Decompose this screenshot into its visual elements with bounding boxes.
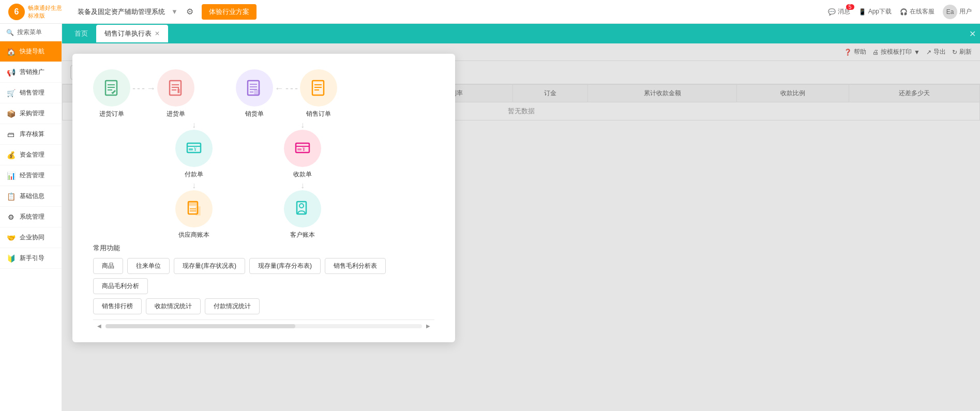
sidebar-item-inventory[interactable]: 🗃 库存核算 <box>0 124 62 145</box>
purchase-bill-icon-circle <box>157 69 194 106</box>
down-arrow-customer: ↓ <box>269 181 336 190</box>
sidebar-item-purchase[interactable]: 📦 采购管理 <box>0 103 62 124</box>
flow-receipt[interactable]: ¥ 收款单 <box>284 130 321 179</box>
function-buttons-row1: 商品 往来单位 现存量(库存状况表) 现存量(库存分布表) 销售毛利分析表 商品… <box>93 258 434 294</box>
svg-rect-14 <box>254 90 260 94</box>
func-btn-sales-gross[interactable]: 销售毛利分析表 <box>325 258 386 274</box>
user-area[interactable]: Ea 用户 <box>943 5 972 19</box>
sidebar-item-quick-nav[interactable]: 🏠 快捷导航 <box>0 41 62 62</box>
modal-overlay: 进货订单 - - - → <box>62 43 980 411</box>
content-area: 首页 销售订单执行表 ✕ ✕ ❓ 帮助 🖨 按 <box>62 24 980 411</box>
supplier-ledger-icon-circle <box>175 190 213 227</box>
finance-icon: 💰 <box>6 151 16 159</box>
message-icon-area[interactable]: 💬 消息 5 <box>828 7 850 16</box>
sidebar-item-sales[interactable]: 🛒 销售管理 <box>0 83 62 103</box>
sidebar-item-operations[interactable]: 📊 经营管理 <box>0 165 62 186</box>
flow-supplier-col: ↓ <box>160 181 228 239</box>
quick-guide-modal: 进货订单 - - - → <box>72 54 455 342</box>
sidebar-item-finance[interactable]: 💰 资金管理 <box>0 145 62 165</box>
flow-customer-ledger[interactable]: 客户账本 <box>284 190 321 239</box>
tab-home[interactable]: 首页 <box>66 25 96 42</box>
sales-bill-icon-circle <box>236 69 273 106</box>
system-icon: ⚙ <box>6 213 16 221</box>
down-arrow-receipt: ↓ <box>269 120 336 130</box>
search-icon: 🔍 <box>6 29 14 36</box>
flow-payment-col: ↓ ¥ <box>160 120 228 179</box>
func-btn-product-gross[interactable]: 商品毛利分析 <box>93 278 148 294</box>
func-btn-stock-dist[interactable]: 现存量(库存分布表) <box>249 258 321 274</box>
settings-icon[interactable]: ⚙ <box>186 7 193 17</box>
guide-icon: 🔰 <box>6 254 16 263</box>
message-icon: 💬 <box>828 8 836 16</box>
func-btn-product[interactable]: 商品 <box>93 258 123 274</box>
flow-row-2: ↓ ¥ <box>93 120 434 179</box>
purchase-order-icon-circle <box>93 69 130 106</box>
sales-order-icon-circle <box>300 69 337 106</box>
func-btn-partner[interactable]: 往来单位 <box>127 258 170 274</box>
sidebar-nav: 🏠 快捷导航 📢 营销推广 🛒 销售管理 📦 采购管理 🗃 库存核 <box>0 41 62 411</box>
flow-sales-order[interactable]: 销售订单 <box>300 69 337 118</box>
scroll-right-icon[interactable]: ▶ <box>426 323 430 329</box>
system-dropdown-icon[interactable]: ▼ <box>171 8 178 16</box>
trial-button[interactable]: 体验行业方案 <box>202 4 257 20</box>
scroll-hint: ◀ ▶ <box>93 319 434 332</box>
scroll-left-icon[interactable]: ◀ <box>97 323 101 329</box>
purchase-icon: 📦 <box>6 110 16 118</box>
headset-icon: 🎧 <box>900 8 908 16</box>
marketing-icon: 📢 <box>6 68 16 77</box>
scroll-track <box>105 324 422 328</box>
flow-supplier-ledger[interactable]: 供应商账本 <box>175 190 213 239</box>
down-arrow-payment: ↓ <box>160 120 228 130</box>
sidebar-item-system[interactable]: ⚙ 系统管理 <box>0 207 62 227</box>
customer-ledger-icon-circle <box>284 190 321 227</box>
download-icon: 📱 <box>858 8 866 16</box>
receipt-icon-circle: ¥ <box>284 130 321 167</box>
flow-customer-col: ↓ <box>269 181 336 239</box>
sidebar-item-guide[interactable]: 🔰 新手引导 <box>0 248 62 269</box>
flow-payment[interactable]: ¥ 付款单 <box>175 130 213 179</box>
avatar: Ea <box>943 5 957 19</box>
func-btn-stock-status[interactable]: 现存量(库存状况表) <box>174 258 245 274</box>
flow-sales-bill[interactable]: 销货单 <box>236 69 273 118</box>
func-btn-sales-rank[interactable]: 销售排行榜 <box>93 298 142 314</box>
tab-sales-order[interactable]: 销售订单执行表 ✕ <box>96 25 168 42</box>
func-btn-collection-stats[interactable]: 收款情况统计 <box>146 298 201 314</box>
flow-row-1: 进货订单 - - - → <box>93 69 434 118</box>
tab-close-icon[interactable]: ✕ <box>155 30 160 37</box>
flow-purchase-bill[interactable]: 进货单 <box>157 69 194 118</box>
message-badge: 5 <box>846 4 854 10</box>
content-panel: ❓ 帮助 🖨 按模板打印 ▼ ↗ 导出 ↻ 刷新 <box>62 43 980 411</box>
scroll-thumb <box>105 324 295 328</box>
sidebar-item-enterprise[interactable]: 🤝 企业协同 <box>0 227 62 248</box>
operations-icon: 📊 <box>6 172 16 180</box>
flow-receipt-col: ↓ ¥ <box>269 120 336 179</box>
inventory-icon: 🗃 <box>6 130 16 139</box>
logo-area: 6 畅康通好生意 标准版 <box>8 4 69 20</box>
func-btn-payment-stats[interactable]: 付款情况统计 <box>205 298 260 314</box>
down-arrow-supplier: ↓ <box>160 181 228 190</box>
basic-info-icon: 📋 <box>6 192 16 201</box>
svg-rect-25 <box>297 148 301 150</box>
flow-chart: 进货订单 - - - → <box>93 69 434 239</box>
svg-text:¥: ¥ <box>303 146 305 152</box>
flow-row-3: ↓ <box>93 181 434 239</box>
payment-icon-circle: ¥ <box>175 130 213 167</box>
sidebar-item-marketing[interactable]: 📢 营销推广 <box>0 62 62 83</box>
svg-rect-21 <box>189 148 193 150</box>
tab-bar-close-icon[interactable]: ✕ <box>969 29 976 39</box>
app-download-area[interactable]: 📱 App下载 <box>858 7 892 16</box>
system-title: 装备及固定资产辅助管理系统 <box>78 7 165 17</box>
flow-purchase-order[interactable]: 进货订单 <box>93 69 130 118</box>
svg-rect-28 <box>188 202 198 206</box>
sidebar-item-basic-info[interactable]: 📋 基础信息 <box>0 186 62 207</box>
top-bar-right: 💬 消息 5 📱 App下载 🎧 在线客服 Ea 用户 <box>828 5 972 19</box>
tab-bar: 首页 销售订单执行表 ✕ ✕ <box>62 24 980 43</box>
svg-text:¥: ¥ <box>194 146 197 152</box>
arrow-purchase-order-to-bill: - - - → <box>130 83 157 94</box>
svg-point-32 <box>299 204 304 208</box>
arrow-sales-order-to-bill: - - - → <box>273 83 300 94</box>
sales-icon: 🛒 <box>6 89 16 97</box>
logo-text: 畅康通好生意 标准版 <box>28 4 62 19</box>
search-menu[interactable]: 🔍 搜索菜单 <box>0 24 62 41</box>
online-service-area[interactable]: 🎧 在线客服 <box>900 7 934 16</box>
